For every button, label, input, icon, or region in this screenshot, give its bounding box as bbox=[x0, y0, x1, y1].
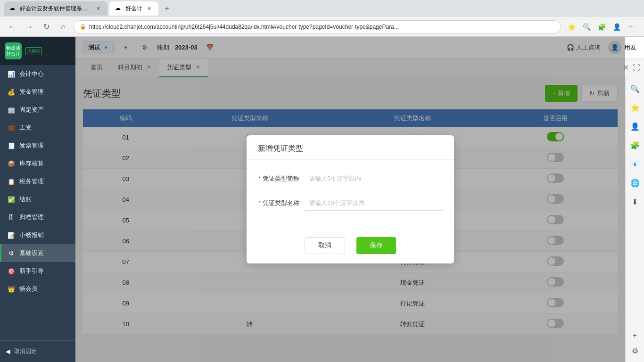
right-search-button[interactable]: 🔍 bbox=[627, 81, 643, 96]
modal-overlay: 新增凭证类型 * 凭证类型简称 * bbox=[75, 77, 625, 362]
right-star-button[interactable]: ⭐ bbox=[627, 100, 643, 115]
lock-icon: 🔒 bbox=[80, 24, 86, 30]
tab1-close[interactable]: ✕ bbox=[94, 5, 102, 12]
sidebar-label-tax: 税务管理 bbox=[19, 177, 44, 186]
sidebar-label-inventory: 库存核算 bbox=[19, 159, 44, 168]
right-outlook-button[interactable]: 📧 bbox=[627, 156, 643, 172]
sidebar-label-capital: 资金管理 bbox=[19, 88, 44, 96]
address-input[interactable]: 🔒 https://cloud2.chanjet.com/accounting/… bbox=[74, 20, 561, 33]
sidebar-label-payroll: 工资 bbox=[19, 123, 32, 132]
favorites-icon[interactable]: ⭐ bbox=[565, 20, 578, 33]
app-container: 畅捷通好合计 流畅版 📊 会计中心 💰 资金管理 🏢 固定资产 💼 工资 🧾 发… bbox=[0, 37, 644, 362]
right-user-button[interactable]: 👤 bbox=[627, 119, 643, 134]
refresh-button[interactable]: ↻ bbox=[40, 20, 53, 33]
sidebar-item-inventory[interactable]: 📦 库存核算 bbox=[0, 155, 75, 173]
expand-icon[interactable]: ⛶ bbox=[633, 64, 640, 72]
sidebar-logo: 畅捷通好合计 流畅版 bbox=[0, 37, 75, 65]
more-icon[interactable]: ⋯ bbox=[625, 20, 638, 33]
checkout-icon: ✅ bbox=[7, 195, 16, 204]
settings-icon: ⚙ bbox=[7, 249, 16, 257]
add-voucher-modal: 新增凭证类型 * 凭证类型简称 * bbox=[247, 135, 454, 263]
right-translate-button[interactable]: 🌐 bbox=[627, 175, 643, 190]
tab-search-icon[interactable]: 🔍 bbox=[580, 20, 593, 33]
capital-icon: 💰 bbox=[7, 88, 16, 96]
address-text: https://cloud2.chanjet.com/accounting/uh… bbox=[89, 24, 399, 30]
content-area: 凭证类型 + 新增 ↻ 刷新 编码 凭证类型简称 凭证 bbox=[75, 77, 644, 362]
sidebar-item-tax[interactable]: 📋 税务管理 bbox=[0, 173, 75, 190]
inventory-icon: 📦 bbox=[7, 159, 16, 168]
modal-footer: 取消 保存 bbox=[247, 231, 454, 263]
sidebar-bottom: ◀ 取消固定 bbox=[0, 340, 75, 362]
sidebar: 畅捷通好合计 流畅版 📊 会计中心 💰 资金管理 🏢 固定资产 💼 工资 🧾 发… bbox=[0, 37, 75, 362]
dashboard-icon: 📊 bbox=[7, 70, 16, 78]
right-sidebar: 🔍 ⭐ 👤 🧩 📧 🌐 ⬇ + ⚙ bbox=[625, 77, 644, 362]
cancel-button[interactable]: 取消 bbox=[305, 237, 345, 254]
new-tab-button[interactable]: + bbox=[160, 2, 173, 15]
back-button[interactable]: ← bbox=[6, 20, 19, 33]
address-bar: ← → ↻ ⌂ 🔒 https://cloud2.chanjet.com/acc… bbox=[0, 17, 644, 37]
sidebar-label-member: 畅会员 bbox=[19, 285, 38, 293]
unpin-button[interactable]: ◀ 取消固定 bbox=[6, 345, 70, 358]
sidebar-label-checkout: 结账 bbox=[19, 195, 32, 204]
short-name-label: * 凭证类型简称 bbox=[258, 174, 305, 183]
browser-chrome: ☁ 好会计云财务软件管理系统_会计 ✕ ☁ 好会计 ✕ + ← → ↻ ⌂ 🔒 … bbox=[0, 0, 644, 37]
name-label: * 凭证类型名称 bbox=[258, 199, 305, 207]
right-settings-button[interactable]: ⚙ bbox=[627, 343, 643, 358]
tab2-favicon: ☁ bbox=[115, 5, 123, 12]
right-extension-button[interactable]: 🧩 bbox=[627, 138, 643, 153]
browser-tab-1[interactable]: ☁ 好会计云财务软件管理系统_会计 ✕ bbox=[4, 1, 107, 16]
profile-icon[interactable]: 👤 bbox=[610, 20, 623, 33]
sidebar-item-member[interactable]: 👑 畅会员 bbox=[0, 280, 75, 298]
right-sidebar-bottom: + ⚙ bbox=[627, 328, 643, 358]
tab-nav-controls: ✕ ⛶ bbox=[623, 63, 644, 72]
guide-icon: 🎯 bbox=[7, 267, 16, 275]
tab2-close[interactable]: ✕ bbox=[145, 5, 153, 12]
sidebar-label-settings: 基础设置 bbox=[19, 249, 44, 257]
save-button[interactable]: 保存 bbox=[356, 237, 396, 254]
expense-icon: 📝 bbox=[7, 231, 16, 239]
logo-icon: 畅捷通好合计 bbox=[5, 42, 22, 59]
right-add-button[interactable]: + bbox=[627, 328, 643, 343]
sidebar-item-guide[interactable]: 🎯 新手引导 bbox=[0, 262, 75, 280]
tax-icon: 📋 bbox=[7, 177, 16, 186]
sidebar-item-expense[interactable]: 📝 小畅报销 bbox=[0, 226, 75, 244]
modal-header: 新增凭证类型 bbox=[247, 135, 454, 160]
tab1-favicon: ☁ bbox=[9, 5, 17, 12]
payroll-icon: 💼 bbox=[7, 123, 16, 132]
form-row-short: * 凭证类型简称 bbox=[258, 171, 443, 186]
logo-badge: 流畅版 bbox=[25, 47, 42, 55]
sidebar-item-checkout[interactable]: ✅ 结账 bbox=[0, 190, 75, 208]
tab-bar: ☁ 好会计云财务软件管理系统_会计 ✕ ☁ 好会计 ✕ + bbox=[0, 0, 644, 17]
extensions-icon[interactable]: 🧩 bbox=[595, 20, 608, 33]
sidebar-item-capital[interactable]: 💰 资金管理 bbox=[0, 83, 75, 101]
name-input[interactable] bbox=[305, 196, 443, 211]
sidebar-label-archive: 归档管理 bbox=[19, 213, 44, 222]
sidebar-item-payroll[interactable]: 💼 工资 bbox=[0, 119, 75, 137]
browser-tab-2[interactable]: ☁ 好会计 ✕ bbox=[109, 1, 158, 16]
sidebar-item-assets[interactable]: 🏢 固定资产 bbox=[0, 101, 75, 119]
unpin-icon: ◀ bbox=[6, 348, 10, 355]
tab2-title: 好会计 bbox=[125, 5, 142, 13]
sidebar-item-settings[interactable]: ⚙ 基础设置 bbox=[0, 244, 75, 262]
sidebar-item-dashboard[interactable]: 📊 会计中心 bbox=[0, 65, 75, 83]
right-download-button[interactable]: ⬇ bbox=[627, 194, 643, 209]
archive-icon: 🗄 bbox=[7, 213, 16, 222]
sidebar-label-assets: 固定资产 bbox=[19, 106, 44, 114]
member-icon: 👑 bbox=[7, 285, 16, 293]
modal-title: 新增凭证类型 bbox=[258, 144, 303, 154]
short-name-input[interactable] bbox=[305, 171, 443, 186]
invoice-icon: 🧾 bbox=[7, 141, 16, 150]
browser-actions: ⭐ 🔍 🧩 👤 ⋯ bbox=[565, 20, 638, 33]
sidebar-label-guide: 新手引导 bbox=[19, 267, 44, 275]
sidebar-item-invoice[interactable]: 🧾 发票管理 bbox=[0, 137, 75, 155]
unpin-label: 取消固定 bbox=[14, 347, 37, 355]
tab1-title: 好会计云财务软件管理系统_会计 bbox=[20, 5, 91, 13]
sidebar-item-archive[interactable]: 🗄 归档管理 bbox=[0, 208, 75, 226]
sidebar-label-dashboard: 会计中心 bbox=[19, 70, 44, 78]
sidebar-label-invoice: 发票管理 bbox=[19, 141, 44, 150]
forward-button[interactable]: → bbox=[23, 20, 36, 33]
logo-text: 流畅版 bbox=[25, 47, 42, 55]
home-button[interactable]: ⌂ bbox=[57, 20, 70, 33]
required-mark-2: * bbox=[258, 199, 261, 206]
user-label: 用友 bbox=[624, 43, 636, 52]
